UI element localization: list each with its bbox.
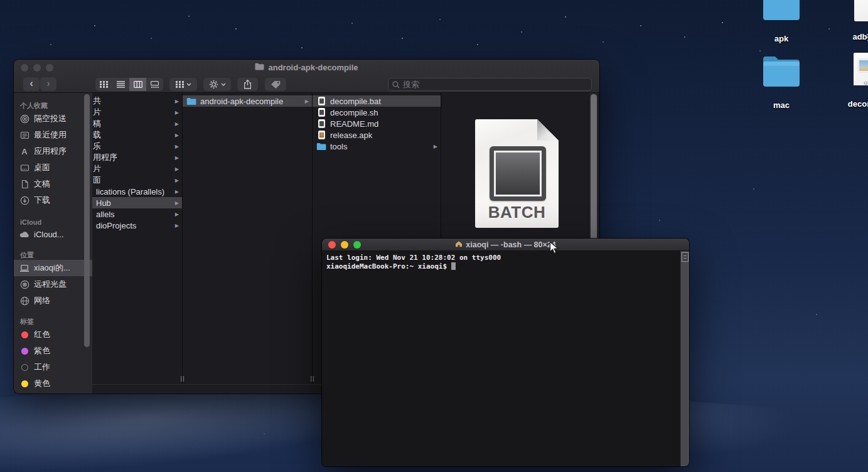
terminal-prompt-line: xiaoqideMacBook-Pro:~ xiaoqi$: [326, 262, 689, 271]
sidebar-item-this-mac[interactable]: xiaoqi的...: [14, 260, 92, 276]
terminal-scrollbar-track[interactable]: [680, 251, 689, 466]
sidebar-scrollbar[interactable]: [84, 94, 90, 347]
batch-file-preview-icon: BATCH: [475, 119, 559, 228]
tag-icon: [271, 80, 281, 88]
column-item[interactable]: tools ▶: [313, 141, 441, 152]
icon-view-button[interactable]: [95, 78, 112, 91]
gear-icon: [209, 80, 218, 89]
sidebar-item-recents[interactable]: 最近使用: [14, 127, 92, 143]
column-item[interactable]: 共▶: [92, 95, 182, 107]
column-item[interactable]: 用程序▶: [92, 152, 182, 163]
folder-icon: [186, 97, 196, 106]
share-icon: [244, 80, 252, 89]
gallery-view-button[interactable]: [146, 78, 163, 91]
proxy-folder-icon: [255, 63, 264, 72]
applications-icon: A: [19, 146, 29, 156]
column-item[interactable]: allels▶: [92, 208, 182, 220]
disclosure-arrow-icon: ▶: [175, 132, 179, 138]
sidebar-item-tag-purple[interactable]: 紫色: [14, 343, 92, 359]
desktop-icon-label: decompile: [848, 99, 868, 109]
column-resize-handle[interactable]: ||: [308, 375, 317, 382]
column-item[interactable]: 载▶: [92, 129, 182, 141]
desktop-icon-mac[interactable]: mac: [761, 55, 801, 110]
terminal-titlebar[interactable]: xiaoqi — -bash — 80×24: [322, 239, 689, 251]
markdown-file-icon: [316, 119, 326, 129]
photo-thumbnail: [859, 60, 868, 72]
terminal-scrollbar-thumb[interactable]: [682, 252, 689, 262]
back-button[interactable]: ‹: [23, 77, 40, 91]
column-item[interactable]: 片▶: [92, 107, 182, 118]
sidebar-item-remote-disc[interactable]: 远程光盘: [14, 276, 92, 292]
sidebar-item-applications[interactable]: A 应用程序: [14, 143, 92, 159]
home-icon: [455, 240, 463, 249]
column-item-selected[interactable]: decompile.bat: [313, 95, 441, 107]
document-icon: [19, 179, 29, 189]
sidebar-item-icloud[interactable]: iCloud...: [14, 226, 92, 242]
terminal-title: xiaoqi — -bash — 80×24: [466, 240, 555, 249]
column-item[interactable]: dioProjects▶: [92, 220, 182, 231]
search-input[interactable]: 搜索: [388, 78, 592, 91]
close-button[interactable]: [328, 241, 336, 249]
action-menu-button[interactable]: [203, 78, 231, 91]
column-item[interactable]: README.md: [313, 118, 441, 129]
column-item-selected[interactable]: Hub▶: [92, 197, 182, 208]
column-item[interactable]: 面▶: [92, 174, 182, 186]
wallpaper-stars: [0, 0, 1, 1]
folder-icon: [762, 0, 801, 24]
column-item-selected[interactable]: android-apk-decompile ▶: [183, 95, 312, 107]
sidebar-header-favorites: 个人收藏: [14, 99, 92, 110]
zoom-button[interactable]: [353, 241, 361, 249]
group-by-button[interactable]: [169, 78, 197, 91]
desktop-icon-decompile[interactable]: GIF decompile: [841, 53, 868, 109]
terminal-output[interactable]: Last login: Wed Nov 21 10:28:02 on ttys0…: [322, 251, 689, 466]
sidebar-header-locations: 位置: [14, 249, 92, 260]
column-resize-handle[interactable]: ||: [178, 375, 187, 382]
forward-button[interactable]: ›: [40, 77, 56, 91]
finder-sidebar: 个人收藏 隔空投送 最近使用 A 应用程序 桌面: [14, 93, 92, 394]
desktop-monitor-icon: [19, 163, 29, 173]
sidebar-item-documents[interactable]: 文稿: [14, 176, 92, 192]
gif-badge: GIF: [854, 80, 868, 86]
column-github: android-apk-decompile ▶: [183, 93, 313, 384]
sidebar-item-airdrop[interactable]: 隔空投送: [14, 110, 92, 127]
airdrop-icon: [19, 114, 29, 124]
sidebar-item-tag-work[interactable]: 工作: [14, 359, 92, 375]
disclosure-arrow-icon: ▶: [175, 144, 179, 149]
desktop-icon-label: apk: [774, 34, 788, 43]
desktop-icon-adb[interactable]: adb指令: [845, 0, 868, 43]
column-view-button[interactable]: [129, 78, 146, 91]
folder-icon: [316, 142, 326, 151]
column-item[interactable]: release.apk: [313, 129, 441, 141]
desktop: apk adb指令 mac GIF decompile: [0, 0, 868, 472]
disc-icon: [19, 279, 29, 289]
share-button[interactable]: [237, 78, 258, 91]
column-item[interactable]: 稿▶: [92, 118, 182, 129]
desktop-icon-apk[interactable]: apk: [761, 0, 801, 43]
terminal-line: Last login: Wed Nov 21 10:28:02 on ttys0…: [326, 254, 689, 262]
chevron-down-icon: [186, 83, 191, 86]
minimize-button[interactable]: [341, 241, 348, 249]
shell-file-icon: [316, 108, 326, 117]
column-item[interactable]: 片▶: [92, 163, 182, 174]
disclosure-arrow-icon: ▶: [434, 144, 437, 149]
finder-titlebar[interactable]: android-apk-decompile ‹ ›: [14, 60, 599, 93]
sidebar-item-downloads[interactable]: 下载: [14, 192, 92, 208]
tag-button[interactable]: [265, 78, 286, 91]
disclosure-arrow-icon: ▶: [175, 212, 179, 217]
cloud-icon: [19, 229, 29, 239]
batch-label: BATCH: [475, 203, 559, 222]
sidebar-item-network[interactable]: 网络: [14, 292, 92, 309]
work-tag-icon: [21, 364, 28, 371]
sidebar-item-tag-yellow[interactable]: 黄色: [14, 375, 92, 392]
recents-icon: [19, 130, 29, 140]
terminal-window: xiaoqi — -bash — 80×24 Last login: Wed N…: [322, 239, 689, 466]
column-item[interactable]: lications (Parallels)▶: [92, 186, 182, 197]
column-item[interactable]: decompile.sh: [313, 107, 441, 118]
purple-tag-icon: [21, 348, 28, 355]
sidebar-item-desktop[interactable]: 桌面: [14, 159, 92, 176]
disclosure-arrow-icon: ▶: [175, 223, 179, 228]
sidebar-item-tag-red[interactable]: 红色: [14, 326, 92, 343]
list-view-button[interactable]: [112, 78, 129, 91]
disclosure-arrow-icon: ▶: [175, 121, 179, 127]
column-item[interactable]: 乐▶: [92, 141, 182, 152]
